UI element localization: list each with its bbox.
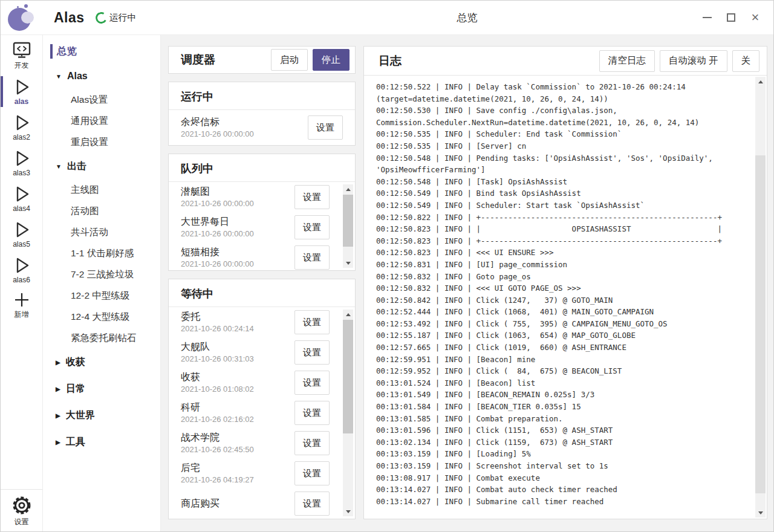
menu-section-opsi[interactable]: ▶ 大世界	[43, 402, 160, 429]
task-name: 收获	[181, 371, 294, 384]
task-setting-button[interactable]: 设置	[308, 115, 343, 140]
gear-icon	[11, 495, 33, 516]
queued-scrollbar[interactable]	[343, 184, 353, 268]
menu-item-restart-settings[interactable]: 重启设置	[43, 132, 160, 153]
scroll-up-icon[interactable]	[343, 184, 353, 194]
scroll-up-icon[interactable]	[343, 310, 353, 319]
scroll-down-icon[interactable]	[755, 508, 766, 517]
menu-section-daily[interactable]: ▶ 日常	[43, 375, 160, 402]
menu-item-alas-settings[interactable]: Alas设置	[43, 89, 160, 111]
log-line: 00:12:50.842 | INFO | Click (1247, 37) @…	[376, 294, 749, 307]
rail-item-alas5[interactable]: alas5	[1, 216, 42, 252]
log-line: 00:13:08.917 | INFO | Combat execute	[376, 472, 749, 484]
scrollbar-thumb[interactable]	[343, 320, 353, 433]
maximize-icon	[727, 13, 735, 22]
task-setting-button[interactable]: 设置	[294, 371, 330, 395]
menu-item-1-1[interactable]: 1-1 伏击刷好感	[43, 243, 160, 264]
task-time: 2021-10-26 00:00:00	[181, 198, 294, 209]
task-setting-button[interactable]: 设置	[294, 245, 330, 270]
log-line: 00:13:14.027 | INFO | Submarine call tim…	[376, 496, 749, 508]
task-time: 2021-10-26 02:45:50	[181, 444, 294, 455]
task-setting-button[interactable]: 设置	[294, 340, 330, 365]
log-line: 00:12:50.832 | INFO | Goto page_os	[376, 271, 749, 283]
rail-item-alas6[interactable]: alas6	[1, 252, 42, 288]
menu-section-alas[interactable]: ▼ Alas	[43, 63, 160, 89]
task-setting-button[interactable]: 设置	[294, 401, 330, 425]
task-setting-button[interactable]: 设置	[294, 185, 330, 209]
task-setting-button[interactable]: 设置	[294, 215, 330, 239]
page-title: 总览	[161, 11, 773, 25]
waiting-scrollbar[interactable]	[343, 310, 353, 516]
rail-item-alas[interactable]: alas	[1, 74, 42, 109]
menu-item-coalition[interactable]: 共斗活动	[43, 222, 160, 243]
scroll-up-icon[interactable]	[755, 77, 766, 86]
menu-section-sortie[interactable]: ▼ 出击	[43, 153, 160, 180]
clear-log-button[interactable]: 清空日志	[599, 50, 655, 72]
scheduler-start-button[interactable]: 启动	[271, 49, 308, 71]
menu-item-urgent-commission[interactable]: 紧急委托刷钻石	[43, 328, 160, 349]
log-line: Commission.Scheduler.NextRun=datetime.da…	[376, 117, 749, 129]
minimize-button[interactable]	[697, 8, 717, 27]
menu-item-main-map[interactable]: 主线图	[43, 180, 160, 201]
task-time: 2021-10-26 04:19:27	[181, 475, 294, 485]
log-line: 00:13:01.585 | INFO | Combat preparation…	[376, 413, 749, 425]
log-line: 00:13:02.134 | INFO | Click (1159, 673) …	[376, 436, 749, 449]
scroll-down-icon[interactable]	[343, 258, 353, 268]
log-line: 00:12:55.187 | INFO | Click (1063, 654) …	[376, 329, 749, 342]
menu-item-overview[interactable]: 总览	[43, 40, 160, 63]
scheduler-stop-button[interactable]: 停止	[313, 49, 350, 71]
rail-item-add[interactable]: 新增	[1, 288, 42, 323]
task-time: 2021-10-26 00:00:00	[181, 229, 294, 239]
log-line: 00:13:01.584 | INFO | [BEACON_TIER 0.035…	[376, 401, 749, 413]
close-button[interactable]: ×	[746, 8, 765, 27]
task-setting-button[interactable]: 设置	[294, 491, 330, 516]
menu-item-12-4[interactable]: 12-4 大型练级	[43, 307, 160, 328]
task-row: 余烬信标 2021-10-26 00:00:00 设置	[181, 110, 343, 145]
rail-item-alas2[interactable]: alas2	[1, 109, 42, 145]
menu-item-7-2[interactable]: 7-2 三战捡垃圾	[43, 264, 160, 285]
close-icon: ×	[752, 11, 759, 24]
menu-section-reward[interactable]: ▶ 收获	[43, 349, 160, 375]
task-setting-button[interactable]: 设置	[294, 431, 330, 455]
menu-item-12-2[interactable]: 12-2 中型练级	[43, 285, 160, 307]
task-setting-button[interactable]: 设置	[294, 310, 330, 334]
menu-item-event-map[interactable]: 活动图	[43, 201, 160, 222]
log-scrollbar[interactable]	[755, 77, 766, 517]
autoscroll-toggle-button[interactable]: 自动滚动 开	[660, 50, 727, 72]
task-name: 委托	[181, 310, 294, 323]
scroll-down-icon[interactable]	[343, 507, 353, 516]
scrollbar-thumb[interactable]	[343, 195, 353, 247]
caret-right-icon: ▶	[56, 359, 60, 366]
plus-icon	[13, 291, 31, 308]
log-line: 00:12:57.665 | INFO | Click (1019, 660) …	[376, 342, 749, 354]
task-row: 潜艇图 2021-10-26 00:00:00 设置	[181, 182, 330, 212]
rail-item-alas3[interactable]: alas3	[1, 145, 42, 181]
autoscroll-off-button[interactable]: 关	[732, 50, 760, 72]
log-line: 00:12:50.823 | INFO | <<< UI ENSURE >>>	[376, 247, 749, 259]
rail-item-alas4[interactable]: alas4	[1, 181, 42, 216]
task-setting-button[interactable]: 设置	[294, 461, 330, 485]
log-line: 00:12:50.548 | INFO | Pending tasks: ['O…	[376, 152, 749, 164]
minimize-icon	[703, 17, 712, 18]
log-lines: 00:12:50.522 | INFO | Delay task `Commis…	[364, 76, 767, 519]
maximize-button[interactable]	[721, 8, 741, 27]
log-line: 00:13:03.159 | INFO | [Loading] 5%	[376, 448, 749, 460]
task-column: 调度器 启动 停止 运行中 余烬信标 2021-10-26 00:00:00 设…	[168, 46, 356, 519]
task-name: 短猫相接	[181, 245, 294, 259]
log-line: 00:12:59.952 | INFO | Click ( 84, 675) @…	[376, 365, 749, 377]
log-line: 00:12:50.535 | INFO | Scheduler: End tas…	[376, 128, 749, 140]
task-time: 2021-10-26 00:24:14	[181, 323, 294, 334]
log-header: 日志 清空日志 自动滚动 开 关	[364, 47, 767, 76]
instance-rail: 开发 alas alas2 alas3 alas4 alas5 alas6	[1, 35, 43, 531]
scheduler-status: 运行中	[96, 12, 137, 24]
window-controls: ×	[697, 1, 773, 34]
log-line: 00:12:50.535 | INFO | [Server] cn	[376, 140, 749, 152]
rail-item-settings[interactable]: 设置	[1, 489, 42, 531]
menu-section-tools[interactable]: ▶ 工具	[43, 429, 160, 455]
menu-item-general-settings[interactable]: 通用设置	[43, 111, 160, 132]
rail-item-dev[interactable]: 开发	[1, 38, 42, 74]
scrollbar-thumb[interactable]	[755, 155, 766, 493]
log-body: 00:12:50.522 | INFO | Delay task `Commis…	[364, 76, 767, 519]
task-row: 商店购买 设置	[181, 488, 330, 519]
log-line: 00:12:50.530 | INFO | Save config ./conf…	[376, 105, 749, 117]
